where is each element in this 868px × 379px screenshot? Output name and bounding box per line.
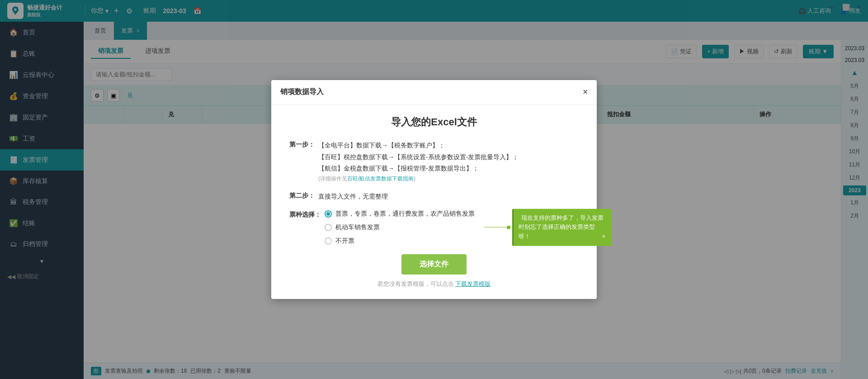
modal-body: 导入您的Excel文件 第一步： 【全电平台】数据下载→【税务数字账户】； 【百… xyxy=(271,104,597,298)
download-hint: 若您没有发票模版，可以点击 下载发票模版 xyxy=(289,280,579,288)
ticket-label: 票种选择： xyxy=(289,210,321,219)
radio-label-vehicle: 机动车销售发票 xyxy=(335,223,380,232)
step1-label: 第一步： xyxy=(289,140,315,149)
tooltip-close-btn[interactable]: × xyxy=(602,232,605,242)
step1-row: 第一步： 【全电平台】数据下载→【税务数字账户】； 【百旺】税控盘数据下载→【系… xyxy=(289,140,579,184)
step1-line1: 【全电平台】数据下载→【税务数字账户】； xyxy=(318,140,519,151)
radio-item-vehicle[interactable]: 机动车销售发票 现在支持的票种多了，导入发票时别忘了选择正确的发票类型呀！ × xyxy=(325,223,475,232)
modal-heading: 导入您的Excel文件 xyxy=(289,115,579,129)
import-modal: 销项数据导入 × 导入您的Excel文件 第一步： 【全电平台】数据下载→【税务… xyxy=(271,80,597,298)
radio-label-no-invoice: 不开票 xyxy=(335,237,354,245)
modal-title-text: 销项数据导入 xyxy=(280,87,324,97)
step1-content: 【全电平台】数据下载→【税务数字账户】； 【百旺】税控盘数据下载→【系统设置-系… xyxy=(318,140,519,184)
step2-content: 直接导入文件，无需整理 xyxy=(318,191,388,202)
radio-group: 普票，专票，卷票，通行费发票，农产品销售发票 机动车销售发票 xyxy=(325,210,475,245)
radio-circle-vehicle xyxy=(325,224,332,231)
radio-item-no-invoice[interactable]: 不开票 xyxy=(325,237,475,245)
step1-line2: 【百旺】税控盘数据下载→【系统设置-系统参数设置-发票批量导入】； xyxy=(318,152,519,163)
step1-hint: (详细操作见百旺/航信发票数据下载指南) xyxy=(318,174,519,184)
radio-circle-general xyxy=(325,210,332,218)
step1-link[interactable]: 百旺/航信发票数据下载指南 xyxy=(347,175,414,182)
tooltip-connector: 现在支持的票种多了，导入发票时别忘了选择正确的发票类型呀！ × xyxy=(484,208,612,246)
tooltip-bubble: 现在支持的票种多了，导入发票时别忘了选择正确的发票类型呀！ × xyxy=(512,208,612,246)
radio-circle-no-invoice xyxy=(325,237,332,245)
radio-label-general: 普票，专票，卷票，通行费发票，农产品销售发票 xyxy=(335,210,475,218)
download-template-link[interactable]: 下载发票模版 xyxy=(455,280,491,287)
modal-overlay: 销项数据导入 × 导入您的Excel文件 第一步： 【全电平台】数据下载→【税务… xyxy=(0,0,868,379)
ticket-type-row: 票种选择： 普票，专票，卷票，通行费发票，农产品销售发票 机动车销售发票 xyxy=(289,210,579,245)
step1-line3: 【航信】金税盘数据下载→【报税管理-发票数据导出】； xyxy=(318,163,519,174)
select-file-button[interactable]: 选择文件 xyxy=(401,254,467,275)
tooltip-text: 现在支持的票种多了，导入发票时别忘了选择正确的发票类型呀！ xyxy=(519,214,604,240)
step2-label: 第二步： xyxy=(289,191,315,200)
modal-header: 销项数据导入 × xyxy=(271,80,597,104)
radio-item-general[interactable]: 普票，专票，卷票，通行费发票，农产品销售发票 xyxy=(325,210,475,218)
modal-close-button[interactable]: × xyxy=(583,87,588,97)
step2-row: 第二步： 直接导入文件，无需整理 xyxy=(289,191,579,202)
